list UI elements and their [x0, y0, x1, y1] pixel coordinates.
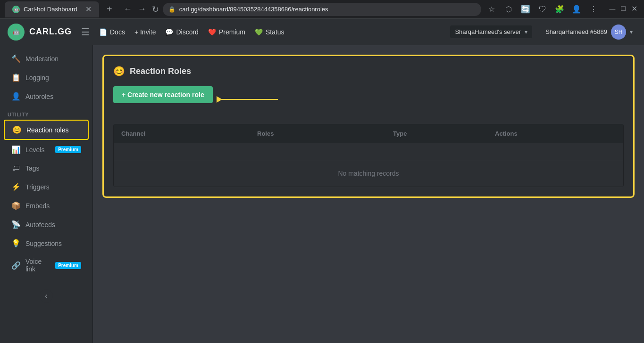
table-filter-row — [114, 143, 623, 160]
moderation-icon: 🔨 — [11, 54, 21, 63]
tab-close-btn[interactable]: ✕ — [85, 5, 92, 14]
refresh-btn[interactable]: ↻ — [152, 4, 159, 15]
logo-area: 🤖 CARL.GG — [8, 24, 72, 41]
main-content: 😊 Reaction Roles + Create new reaction r… — [93, 45, 644, 343]
docs-icon: 📄 — [99, 28, 107, 36]
reaction-roles-icon: 😊 — [12, 125, 22, 134]
sidebar-item-voice-link-label: Voice link — [25, 258, 50, 273]
filter-actions — [487, 143, 623, 160]
user-info[interactable]: SharqaHameed #5889 SH ▾ — [542, 23, 636, 41]
extension-icon1[interactable]: ⬡ — [502, 3, 515, 16]
docs-link[interactable]: 📄 Docs — [99, 28, 125, 36]
hamburger-icon[interactable]: ☰ — [81, 26, 90, 38]
voice-link-icon: 🔗 — [11, 261, 21, 270]
sidebar-item-autoroles[interactable]: 👤 Autoroles — [4, 87, 89, 106]
sidebar-item-reaction-roles-label: Reaction roles — [26, 126, 69, 134]
app: 🤖 CARL.GG ☰ 📄 Docs + Invite 💬 Discord ❤️… — [0, 19, 644, 343]
server-selector-chevron: ▾ — [525, 29, 527, 35]
sidebar-item-suggestions-label: Suggestions — [25, 240, 62, 247]
discord-icon: 💬 — [165, 28, 173, 36]
sidebar-item-autofeeds[interactable]: 📡 Autofeeds — [4, 215, 89, 234]
address-bar[interactable]: 🔒 carl.gg/dashboard/894503528444358686/r… — [163, 3, 481, 16]
user-profile-icon[interactable]: 👤 — [570, 3, 583, 16]
sidebar-item-logging-label: Logging — [25, 74, 49, 82]
create-reaction-role-btn[interactable]: + Create new reaction role — [113, 86, 213, 103]
autoroles-icon: 👤 — [11, 92, 21, 101]
discord-link[interactable]: 💬 Discord — [165, 28, 198, 36]
invite-link[interactable]: + Invite — [134, 28, 156, 36]
levels-icon: 📊 — [11, 145, 21, 154]
arrow-annotation — [217, 96, 284, 103]
sidebar-item-logging[interactable]: 📋 Logging — [4, 68, 89, 87]
logo-icon: 🤖 — [8, 24, 25, 41]
browser-controls: ← → ↻ — [124, 4, 159, 15]
sidebar-item-tags-label: Tags — [25, 164, 40, 172]
filter-channel — [114, 143, 250, 160]
status-link[interactable]: 💚 Status — [255, 28, 284, 36]
close-btn[interactable]: ✕ — [631, 4, 637, 14]
sidebar-item-autoroles-label: Autoroles — [25, 93, 53, 100]
sidebar-item-embeds[interactable]: 📦 Embeds — [4, 196, 89, 215]
th-roles: Roles — [250, 124, 385, 143]
url-text: carl.gg/dashboard/894503528444358686/rea… — [179, 6, 328, 13]
maximize-btn[interactable]: □ — [621, 4, 626, 14]
user-chevron: ▾ — [630, 29, 633, 35]
extension-icon2[interactable]: 🔄 — [519, 3, 532, 16]
username: SharqaHameed #5889 — [545, 28, 607, 35]
autofeeds-icon: 📡 — [11, 220, 21, 229]
sidebar-item-triggers[interactable]: ⚡ Triggers — [4, 178, 89, 196]
sidebar-collapse-btn[interactable]: ‹ — [40, 289, 53, 302]
panel-title: Reaction Roles — [130, 66, 191, 76]
reaction-roles-panel-icon: 😊 — [113, 65, 125, 77]
premium-link[interactable]: ❤️ Premium — [208, 28, 245, 36]
premium-icon: ❤️ — [208, 28, 216, 36]
bookmark-icon[interactable]: ☆ — [485, 3, 498, 16]
extension-icon4[interactable]: 🧩 — [553, 3, 566, 16]
sidebar: 🔨 Moderation 📋 Logging 👤 Autoroles UTILI… — [0, 45, 93, 343]
forward-btn[interactable]: → — [138, 4, 146, 15]
lock-icon: 🔒 — [168, 6, 176, 13]
th-actions: Actions — [487, 124, 623, 143]
browser-tab[interactable]: 🤖 Carl-bot Dashboard ✕ — [5, 1, 99, 17]
window-controls: ─ □ ✕ — [608, 4, 639, 14]
levels-premium-badge: Premium — [55, 146, 81, 153]
sidebar-item-suggestions[interactable]: 💡 Suggestions — [4, 234, 89, 253]
sidebar-item-moderation-label: Moderation — [25, 55, 59, 63]
main-layout: 🔨 Moderation 📋 Logging 👤 Autoroles UTILI… — [0, 45, 644, 343]
browser-frame: 🤖 Carl-bot Dashboard ✕ + ← → ↻ 🔒 carl.gg… — [0, 0, 644, 19]
nav-links: 📄 Docs + Invite 💬 Discord ❤️ Premium 💚 S… — [99, 28, 284, 36]
logging-icon: 📋 — [11, 73, 21, 82]
new-tab-btn[interactable]: + — [103, 4, 116, 15]
server-selector[interactable]: SharqaHameed's server ▾ — [450, 25, 532, 38]
server-name: SharqaHameed's server — [455, 28, 521, 35]
menu-icon[interactable]: ⋮ — [587, 3, 600, 16]
th-type: Type — [385, 124, 487, 143]
sidebar-item-levels-label: Levels — [25, 146, 44, 154]
utility-section-label: UTILITY — [0, 106, 92, 119]
tags-icon: 🏷 — [11, 164, 21, 172]
sidebar-item-autofeeds-label: Autofeeds — [25, 221, 55, 229]
minimize-btn[interactable]: ─ — [610, 4, 616, 14]
sidebar-item-voice-link[interactable]: 🔗 Voice link Premium — [4, 253, 89, 278]
arrow-line — [217, 99, 278, 100]
logo-text: CARL.GG — [29, 27, 72, 37]
suggestions-icon: 💡 — [11, 239, 21, 248]
filter-roles — [250, 143, 385, 160]
tab-title: Carl-bot Dashboard — [24, 6, 82, 13]
back-btn[interactable]: ← — [124, 4, 132, 15]
sidebar-item-embeds-label: Embeds — [25, 202, 50, 210]
topnav: 🤖 CARL.GG ☰ 📄 Docs + Invite 💬 Discord ❤️… — [0, 19, 644, 45]
browser-actions: ☆ ⬡ 🔄 🛡 🧩 👤 ⋮ — [485, 3, 600, 16]
sidebar-item-tags[interactable]: 🏷 Tags — [4, 159, 89, 177]
arrow-head — [217, 96, 222, 103]
sidebar-item-reaction-roles[interactable]: 😊 Reaction roles — [4, 120, 89, 140]
create-btn-label: + Create new reaction role — [122, 91, 204, 98]
th-channel: Channel — [114, 124, 250, 143]
sidebar-item-moderation[interactable]: 🔨 Moderation — [4, 49, 89, 68]
avatar: SH — [611, 24, 626, 40]
triggers-icon: ⚡ — [11, 182, 21, 191]
main-panel: 😊 Reaction Roles + Create new reaction r… — [102, 55, 635, 198]
extension-icon3[interactable]: 🛡 — [536, 3, 549, 16]
sidebar-item-triggers-label: Triggers — [25, 183, 50, 191]
sidebar-item-levels[interactable]: 📊 Levels Premium — [4, 140, 89, 159]
